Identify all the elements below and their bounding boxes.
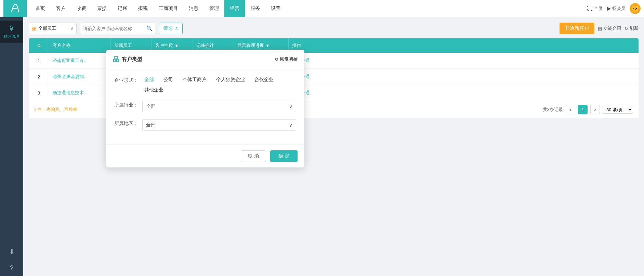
sidebar-item-label: 经营管理 <box>4 34 19 39</box>
nav-bizproject[interactable]: 工商项目 <box>153 0 183 17</box>
company-type-row: 企业形式： 全部 公司 个体工商户 个人独资企业 合伙企业 其他企业 <box>114 76 296 94</box>
note-icon: ℹ <box>34 107 36 112</box>
nav-operation[interactable]: 经营 <box>224 0 245 17</box>
type-individual[interactable]: 个体工商户 <box>181 76 209 84</box>
industry-arrow-icon: ∨ <box>289 104 292 109</box>
search-box: 🔍 <box>80 23 155 34</box>
modal-body: 企业形式： 全部 公司 个体工商户 个人独资企业 合伙企业 其他企业 所属行业：… <box>106 69 304 145</box>
per-page-select[interactable]: 30 条/页 50 条/页 100 条/页 <box>603 106 633 114</box>
region-label: 所属地区： <box>114 119 138 127</box>
nav-settings[interactable]: 设置 <box>265 0 286 17</box>
type-other[interactable]: 其他企业 <box>142 86 166 94</box>
refresh-label: 刷新 <box>630 25 639 32</box>
nav-fee[interactable]: 收费 <box>71 0 92 17</box>
industry-row: 所属行业： 全部 ∨ <box>114 101 296 112</box>
sidebar-item-download[interactable]: ⬇ <box>8 243 16 260</box>
refresh-icon: ↻ <box>625 26 628 31</box>
modal-header-left: 品 客户类型 <box>113 55 142 63</box>
region-row: 所属地区： 全部 ∨ <box>114 119 296 131</box>
industry-select[interactable]: 全部 ∨ <box>142 101 296 112</box>
th-settings[interactable]: ⚙ <box>29 38 49 53</box>
nav-message[interactable]: 消息 <box>183 0 204 17</box>
toolbar: ▦ 全部员工 ∨ 🔍 筛选 ∧ 开通新客户 ▤ 功能介绍 <box>29 23 639 34</box>
type-sole[interactable]: 个人独资企业 <box>214 76 247 84</box>
td-name-3[interactable]: 畅捷通信息技术... <box>49 85 111 101</box>
refresh-button[interactable]: ↻ 刷新 <box>625 25 639 32</box>
reset-icon: ↻ <box>275 57 278 62</box>
industry-label: 所属行业： <box>114 101 138 108</box>
avatar[interactable]: 🐱 <box>630 3 641 14</box>
nav-invoice[interactable]: 票据 <box>92 0 112 17</box>
filter-button[interactable]: 筛选 ∧ <box>159 23 183 34</box>
td-name-1[interactable]: 济南冠亚重工有... <box>49 53 111 68</box>
reset-label: 恢复初始 <box>280 56 298 62</box>
type-company[interactable]: 公司 <box>161 76 175 84</box>
page-1-btn[interactable]: 1 <box>578 105 588 114</box>
th-name: 客户名称 <box>49 38 111 53</box>
nature-filter-icon[interactable]: ▼ <box>174 43 179 48</box>
modal-title-icon: 品 <box>113 55 119 63</box>
search-button[interactable]: 🔍 <box>146 26 152 31</box>
nav-right: ⛶ 全屏 ▶ 畅会员 🐱 <box>587 3 641 14</box>
fullscreen-btn[interactable]: ⛶ 全屏 <box>587 5 603 12</box>
employee-select-icon: ▦ <box>32 26 36 31</box>
footer-note: ℹ 注：先购买、再授权 <box>34 106 77 113</box>
function-intro-icon: ▤ <box>598 26 602 31</box>
nav-service[interactable]: 服务 <box>245 0 265 17</box>
logo <box>3 0 27 17</box>
confirm-button[interactable]: 确 定 <box>270 150 298 162</box>
employee-select-arrow: ∨ <box>70 26 74 31</box>
modal-reset-btn[interactable]: ↻ 恢复初始 <box>275 56 298 62</box>
nav-manage[interactable]: 管理 <box>204 0 224 17</box>
cancel-button[interactable]: 取 消 <box>241 150 266 162</box>
member-label: 畅会员 <box>612 5 626 12</box>
modal-header: 品 客户类型 ↻ 恢复初始 <box>106 50 304 69</box>
layout: ¥ 经营管理 ⬇ ? ▦ 全部员工 ∨ 🔍 <box>0 17 644 276</box>
pagination: 共3条记录 < 1 > 30 条/页 50 条/页 100 条/页 <box>543 105 633 114</box>
type-partnership[interactable]: 合伙企业 <box>252 76 276 84</box>
td-index-1: 1 <box>29 53 49 68</box>
top-nav: 首页 客户 收费 票据 记账 报税 工商项目 消息 管理 经营 服务 设置 ⛶ … <box>0 0 644 17</box>
filter-label: 筛选 <box>163 25 173 32</box>
filter-arrow-icon: ∧ <box>175 26 178 31</box>
total-records: 共3条记录 <box>543 106 563 113</box>
region-select[interactable]: 全部 ∨ <box>142 119 296 131</box>
nav-bookkeeping[interactable]: 记账 <box>112 0 133 17</box>
employee-select-text: 全部员工 <box>38 25 68 32</box>
nav-tax[interactable]: 报税 <box>133 0 153 17</box>
next-page-btn[interactable]: > <box>590 105 600 114</box>
company-type-label: 企业形式： <box>114 76 138 84</box>
td-name-2[interactable]: 滁州全康金属制... <box>49 69 111 85</box>
fullscreen-label: 全屏 <box>594 5 603 12</box>
customer-type-modal: 品 客户类型 ↻ 恢复初始 企业形式： 全部 公司 个体工商户 个人独资企业 合… <box>106 50 304 167</box>
region-arrow-icon: ∨ <box>289 122 292 128</box>
sidebar: ¥ 经营管理 ⬇ ? <box>0 17 23 276</box>
prev-page-btn[interactable]: < <box>566 105 575 114</box>
type-all[interactable]: 全部 <box>142 76 156 84</box>
td-index-2: 2 <box>29 69 49 85</box>
toolbar-right: 开通新客户 ▤ 功能介绍 ↻ 刷新 <box>560 23 639 34</box>
progress-filter-icon[interactable]: ▼ <box>265 43 270 48</box>
td-index-3: 3 <box>29 85 49 101</box>
company-type-options: 全部 公司 个体工商户 个人独资企业 合伙企业 其他企业 <box>142 76 296 94</box>
fullscreen-icon: ⛶ <box>587 5 592 12</box>
search-input[interactable] <box>83 26 144 31</box>
member-btn[interactable]: ▶ 畅会员 <box>607 5 626 12</box>
modal-footer: 取 消 确 定 <box>106 145 304 167</box>
note-text: 注：先购买、再授权 <box>37 106 77 113</box>
sidebar-item-help[interactable]: ? <box>8 260 16 276</box>
function-intro-btn[interactable]: ▤ 功能介绍 <box>598 25 621 32</box>
operation-icon: ¥ <box>10 25 13 33</box>
sidebar-bottom: ⬇ ? <box>8 243 16 276</box>
industry-value: 全部 <box>146 103 156 110</box>
main-nav: 首页 客户 收费 票据 记账 报税 工商项目 消息 管理 经营 服务 设置 <box>30 0 587 17</box>
sidebar-item-operation[interactable]: ¥ 经营管理 <box>0 21 23 43</box>
nav-home[interactable]: 首页 <box>30 0 51 17</box>
member-icon: ▶ <box>607 5 611 12</box>
help-icon: ? <box>10 264 13 272</box>
employee-select[interactable]: ▦ 全部员工 ∨ <box>29 23 77 34</box>
region-value: 全部 <box>146 122 156 128</box>
download-icon: ⬇ <box>9 248 15 256</box>
nav-customer[interactable]: 客户 <box>51 0 71 17</box>
open-customer-button[interactable]: 开通新客户 <box>560 23 594 34</box>
